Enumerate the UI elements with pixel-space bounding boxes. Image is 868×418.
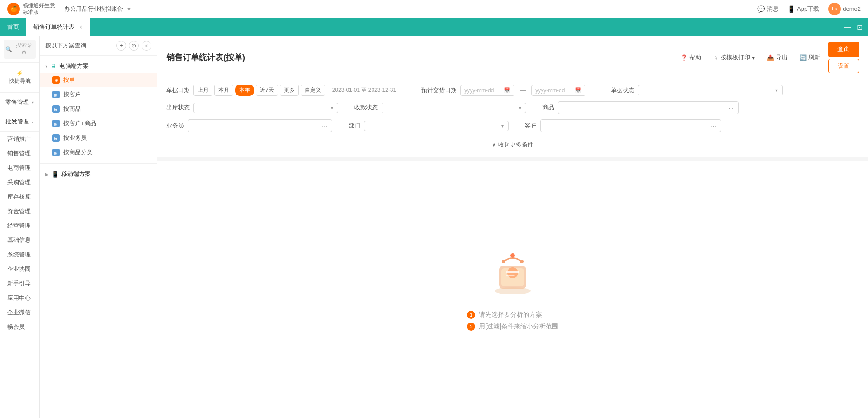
scheme-by-customer-goods[interactable]: 按 按客户+商品	[40, 116, 157, 131]
app-download-label: App下载	[797, 5, 819, 13]
sidebar-item-shortcut[interactable]: ⚡ 快捷导航	[0, 66, 39, 89]
filter-section: 单据日期 上月 本月 本年 近7天 更多 自定义 2023-01-01 至 20…	[157, 79, 868, 157]
page-title-row: 销售订单统计表(按单) ❓ 帮助 🖨 按模板打印 ▾ 📤	[166, 42, 859, 73]
salesperson-dots[interactable]: ···	[322, 122, 327, 129]
sidebar-item-wholesale[interactable]: 批发管理 ▴	[0, 112, 39, 132]
sidebar-item-purchase[interactable]: 采购管理	[0, 175, 39, 190]
settings-button[interactable]: 设置	[828, 59, 859, 73]
page-title: 销售订单统计表(按单)	[166, 52, 245, 63]
date-7days-btn[interactable]: 近7天	[256, 85, 278, 96]
appcenter-label: 应用中心	[7, 294, 31, 302]
app-dropdown-arrow[interactable]: ▼	[127, 6, 132, 12]
collect-status-select[interactable]: ▾	[382, 103, 526, 113]
svg-text:按: 按	[54, 122, 57, 126]
sidebar-item-finance[interactable]: 资金管理	[0, 204, 39, 218]
desktop-scheme-parent[interactable]: ▾ 🖥 电脑端方案	[40, 59, 157, 73]
sales-label: 销售管理	[7, 149, 31, 157]
sidebar-item-member[interactable]: 畅会员	[0, 320, 39, 334]
sidebar-item-operation[interactable]: 经营管理	[0, 218, 39, 233]
date-separator: —	[520, 87, 526, 94]
help-action[interactable]: ❓ 帮助	[677, 52, 705, 63]
by-category-icon: 按	[52, 149, 60, 156]
sidebar-item-enterprise[interactable]: 企业协同	[0, 262, 39, 276]
sidebar-item-newbie[interactable]: 新手引导	[0, 276, 39, 291]
expected-date-start-input[interactable]: yyyy-mm-dd 📅	[460, 85, 514, 96]
tab-maximize-btn[interactable]: ⊡	[855, 21, 864, 33]
out-status-select[interactable]: ▾	[193, 103, 338, 113]
customer-input[interactable]: ···	[540, 119, 721, 132]
by-customer-goods-label: 按客户+商品	[63, 119, 96, 128]
header-action-group: ❓ 帮助 🖨 按模板打印 ▾ 📤 导出 🔄	[677, 42, 859, 73]
scheme-by-salesperson[interactable]: 按 按业务员	[40, 131, 157, 145]
main-area: 🔍 搜索菜单 ⚡ 快捷导航 零售管理 ▾ 批发管理 ▴ 营销推广 销售管理 电商…	[0, 36, 868, 418]
tab-active[interactable]: 销售订单统计表 ×	[26, 18, 90, 36]
shortcut-label: 快捷导航	[9, 77, 31, 85]
status-select[interactable]: ▾	[638, 85, 783, 95]
sidebar-item-system[interactable]: 系统管理	[0, 247, 39, 262]
tab-minimize-btn[interactable]: —	[842, 21, 853, 33]
help-label: 帮助	[689, 53, 701, 62]
date-last-month-btn[interactable]: 上月	[193, 85, 212, 96]
sidebar-item-weixin[interactable]: 企业微信	[0, 305, 39, 320]
app-download-action[interactable]: 📱 App下载	[788, 5, 819, 13]
date-this-month-btn[interactable]: 本月	[214, 85, 233, 96]
logo-icon: 🍊	[7, 3, 20, 15]
calendar-end-icon: 📅	[575, 87, 581, 94]
collapse-filter-btn[interactable]: ∧ 收起更多条件	[166, 138, 859, 152]
sidebar-item-retail[interactable]: 零售管理 ▾	[0, 93, 39, 112]
template-print-label: 按模板打印	[721, 53, 750, 62]
hint1-num: 1	[467, 311, 475, 319]
sidebar-item-inventory[interactable]: 库存核算	[0, 190, 39, 204]
query-button[interactable]: 查询	[828, 42, 859, 57]
date-this-year-btn[interactable]: 本年	[235, 85, 254, 96]
scheme-by-goods[interactable]: 按 按商品	[40, 102, 157, 116]
refresh-action[interactable]: 🔄 刷新	[796, 52, 824, 63]
empty-state: 1 请先选择要分析的方案 2 用[过滤]条件来缩小分析范围	[157, 161, 868, 418]
sidebar-item-appcenter[interactable]: 应用中心	[0, 291, 39, 305]
by-customer-label: 按客户	[63, 90, 81, 99]
collapse-panel-btn[interactable]: «	[142, 41, 151, 51]
sidebar-item-marketing[interactable]: 营销推广	[0, 132, 39, 146]
add-scheme-btn[interactable]: +	[116, 41, 126, 51]
tab-home[interactable]: 首页	[0, 18, 26, 36]
svg-rect-12	[506, 275, 515, 276]
sidebar-item-basic[interactable]: 基础信息	[0, 233, 39, 247]
sidebar-item-ecommerce[interactable]: 电商管理	[0, 161, 39, 175]
sidebar-item-sales[interactable]: 销售管理	[0, 146, 39, 161]
customer-dots[interactable]: ···	[711, 122, 716, 129]
salesperson-input[interactable]: ···	[188, 119, 332, 132]
left-panel-header: 按以下方案查询 + ⊙ «	[40, 36, 157, 56]
app-title: 办公用品行业模拟账套	[64, 5, 123, 13]
empty-illustration	[486, 248, 540, 304]
export-icon: 📤	[767, 54, 774, 61]
goods-input[interactable]: ···	[558, 101, 739, 114]
dept-select[interactable]: ▾	[364, 121, 509, 131]
sidebar-search-btn[interactable]: 🔍 搜索菜单	[4, 40, 36, 59]
mobile-scheme-title[interactable]: ▶ 📱 移动端方案	[40, 167, 157, 181]
desktop-scheme-section: ▾ 🖥 电脑端方案 按 按单 按 按客户	[40, 56, 157, 163]
scheme-by-category[interactable]: 按 按商品分类	[40, 145, 157, 160]
inventory-label: 库存核算	[7, 193, 31, 201]
date-custom-btn[interactable]: 自定义	[301, 85, 325, 96]
scheme-by-order[interactable]: 按 按单	[40, 73, 157, 87]
goods-dots[interactable]: ···	[728, 104, 734, 111]
logo-line2: 标准版	[23, 9, 55, 15]
message-action[interactable]: 💬 消息	[757, 5, 778, 13]
filter-row-date: 单据日期 上月 本月 本年 近7天 更多 自定义 2023-01-01 至 20…	[166, 85, 859, 96]
date-end-placeholder: yyyy-mm-dd	[535, 87, 565, 94]
empty-hint-2: 2 用[过滤]条件来缩小分析范围	[467, 323, 558, 331]
export-action[interactable]: 📤 导出	[763, 52, 791, 63]
template-print-action[interactable]: 🖨 按模板打印 ▾	[709, 52, 759, 63]
scheme-by-customer[interactable]: 按 按客户	[40, 87, 157, 102]
shortcut-icon: ⚡	[16, 70, 23, 76]
settings-scheme-btn[interactable]: ⊙	[129, 41, 139, 51]
newbie-label: 新手引导	[7, 280, 31, 288]
date-more-btn[interactable]: 更多	[280, 85, 299, 96]
search-label: 搜索菜单	[14, 42, 34, 57]
user-profile[interactable]: Ea demo2	[828, 3, 861, 15]
weixin-label: 企业微信	[7, 309, 31, 317]
tab-close-icon[interactable]: ×	[79, 24, 82, 30]
hint2-text: 用[过滤]条件来缩小分析范围	[479, 323, 558, 331]
svg-point-13	[502, 260, 505, 263]
expected-date-end-input[interactable]: yyyy-mm-dd 📅	[531, 85, 585, 96]
